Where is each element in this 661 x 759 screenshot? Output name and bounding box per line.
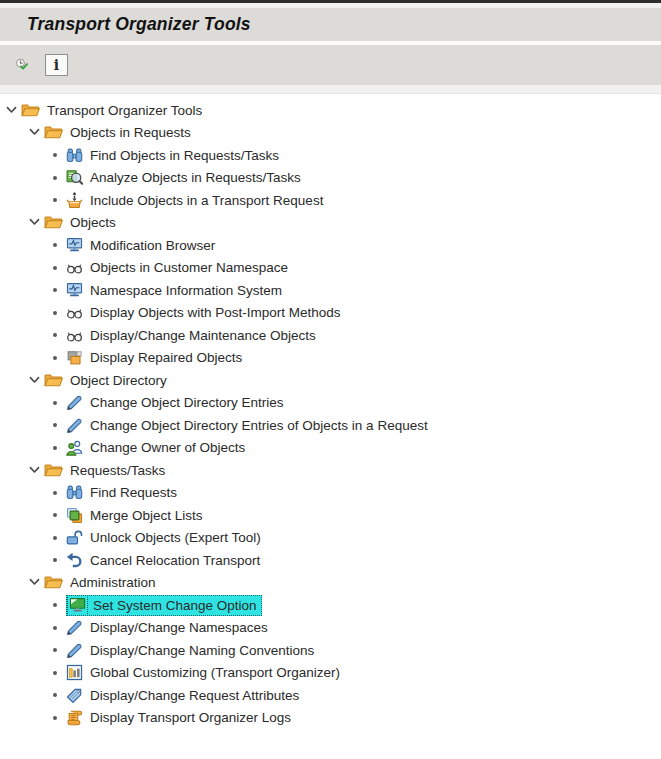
bullet-dot — [53, 491, 57, 495]
tree-node-item[interactable]: Change Object Directory Entries — [0, 392, 661, 415]
execute-clock-check-icon — [15, 54, 29, 76]
glasses-icon — [66, 327, 83, 344]
binoculars-icon — [66, 484, 83, 501]
bullet-dot — [53, 648, 57, 652]
pencil-icon — [66, 394, 83, 411]
monitor-icon — [66, 282, 83, 299]
selected-node-highlight[interactable]: Set System Change Option — [66, 595, 262, 616]
folder-open-icon — [44, 462, 63, 479]
tree-node-item[interactable]: Modification Browser — [0, 234, 661, 257]
tree-node-folder[interactable]: Objects — [0, 212, 661, 235]
green-monitor-icon — [69, 597, 86, 614]
tree-node-label: Unlock Objects (Expert Tool) — [90, 530, 261, 545]
undo-arrow-icon — [66, 552, 83, 569]
tree-node-item[interactable]: Analyze Objects in Requests/Tasks — [0, 167, 661, 190]
bullet-dot — [53, 333, 57, 337]
tree-node-item[interactable]: Display/Change Naming Conventions — [0, 639, 661, 662]
toolbar: i — [0, 45, 661, 85]
bullet-dot — [53, 513, 57, 517]
tree-node-folder[interactable]: Transport Organizer Tools — [0, 99, 661, 122]
two-users-icon — [66, 439, 83, 456]
bullet-dot — [53, 243, 57, 247]
tree-node-label: Cancel Relocation Transport — [90, 553, 260, 568]
merge-squares-icon — [66, 507, 83, 524]
tree-node-label: Display/Change Maintenance Objects — [90, 328, 316, 343]
page-title: Transport Organizer Tools — [27, 14, 251, 35]
folder-open-icon — [44, 214, 63, 231]
bullet-dot — [53, 401, 57, 405]
bullet-dot — [53, 198, 57, 202]
chevron-down-icon[interactable] — [28, 464, 41, 477]
tree-node-label: Transport Organizer Tools — [47, 103, 202, 118]
bullet-dot — [53, 536, 57, 540]
glasses-icon — [66, 259, 83, 276]
tree-node-folder[interactable]: Objects in Requests — [0, 122, 661, 145]
tree-node-label: Change Object Directory Entries of Objec… — [90, 418, 428, 433]
tree-node-label: Modification Browser — [90, 238, 215, 253]
unlock-icon — [66, 529, 83, 546]
tree-node-item[interactable]: Global Customizing (Transport Organizer) — [0, 662, 661, 685]
bullet-dot — [53, 558, 57, 562]
bullet-dot — [53, 423, 57, 427]
bullet-dot — [53, 603, 57, 607]
bullet-dot — [53, 671, 57, 675]
bullet-dot — [53, 693, 57, 697]
tree-node-folder[interactable]: Administration — [0, 572, 661, 595]
tree-node-item[interactable]: Find Requests — [0, 482, 661, 505]
bullet-dot — [53, 266, 57, 270]
tree-node-label: Set System Change Option — [93, 598, 257, 613]
selected-icon-box — [67, 595, 88, 616]
information-icon: i — [54, 57, 59, 73]
tree-node-item[interactable]: Find Objects in Requests/Tasks — [0, 144, 661, 167]
tree-node-item[interactable]: Include Objects in a Transport Request — [0, 189, 661, 212]
tree-node-label: Include Objects in a Transport Request — [90, 193, 323, 208]
bar-chart-icon — [66, 664, 83, 681]
folder-open-icon — [44, 574, 63, 591]
chevron-down-icon[interactable] — [28, 216, 41, 229]
chevron-down-icon[interactable] — [28, 126, 41, 139]
scroll-icon — [66, 709, 83, 726]
tree-node-item[interactable]: Display/Change Request Attributes — [0, 684, 661, 707]
tree-node-item[interactable]: Display Transport Organizer Logs — [0, 707, 661, 730]
bullet-dot — [53, 153, 57, 157]
tree-node-label: Namespace Information System — [90, 283, 282, 298]
tree-node-item[interactable]: Display/Change Namespaces — [0, 617, 661, 640]
bullet-dot — [53, 716, 57, 720]
tree-node-item[interactable]: Objects in Customer Namespace — [0, 257, 661, 280]
tree-node-label: Global Customizing (Transport Organizer) — [90, 665, 340, 680]
tree-node-label: Requests/Tasks — [70, 463, 165, 478]
tree-node-label: Display Transport Organizer Logs — [90, 710, 291, 725]
tree-node-label: Display/Change Naming Conventions — [90, 643, 314, 658]
chevron-down-icon[interactable] — [28, 576, 41, 589]
tree-node-label: Find Objects in Requests/Tasks — [90, 148, 279, 163]
pencil-icon — [66, 417, 83, 434]
tree-node-label: Display Objects with Post-Import Methods — [90, 305, 341, 320]
tree-node-item[interactable]: Set System Change Option — [0, 594, 661, 617]
tree-node-item[interactable]: Display Objects with Post-Import Methods — [0, 302, 661, 325]
binoculars-icon — [66, 147, 83, 164]
tree-node-item[interactable]: Change Object Directory Entries of Objec… — [0, 414, 661, 437]
tree-node-item[interactable]: Change Owner of Objects — [0, 437, 661, 460]
titlebar: Transport Organizer Tools — [0, 8, 661, 41]
tree-node-folder[interactable]: Object Directory — [0, 369, 661, 392]
tree-node-item[interactable]: Namespace Information System — [0, 279, 661, 302]
tree-node-item[interactable]: Display/Change Maintenance Objects — [0, 324, 661, 347]
execute-button[interactable] — [9, 52, 35, 78]
chevron-down-icon[interactable] — [5, 104, 18, 117]
tree-node-folder[interactable]: Requests/Tasks — [0, 459, 661, 482]
tree-node-item[interactable]: Cancel Relocation Transport — [0, 549, 661, 572]
chevron-down-icon[interactable] — [28, 374, 41, 387]
tree-node-item[interactable]: Unlock Objects (Expert Tool) — [0, 527, 661, 550]
information-button[interactable]: i — [45, 54, 68, 76]
tree-node-label: Objects in Requests — [70, 125, 191, 140]
tree-node-label: Display/Change Request Attributes — [90, 688, 299, 703]
tree-node-label: Administration — [70, 575, 156, 590]
tree-node-item[interactable]: Display Repaired Objects — [0, 347, 661, 370]
tree-node-item[interactable]: Merge Object Lists — [0, 504, 661, 527]
tree-node-label: Display Repaired Objects — [90, 350, 242, 365]
tree-node-label: Change Object Directory Entries — [90, 395, 284, 410]
folder-open-icon — [44, 372, 63, 389]
bullet-dot — [53, 446, 57, 450]
bullet-dot — [53, 176, 57, 180]
repaired-squares-icon — [66, 349, 83, 366]
